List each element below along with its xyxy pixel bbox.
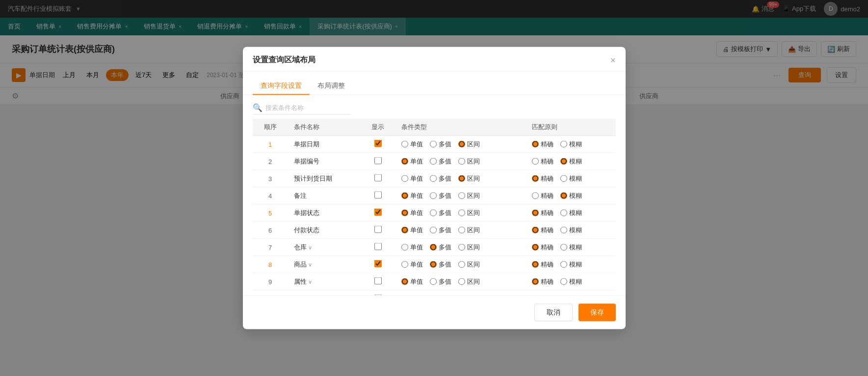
checkbox-display-6[interactable]: [374, 226, 382, 233]
row-name-1: 单据日期: [288, 135, 360, 153]
row-order-10: 10: [253, 290, 288, 295]
radio-type-range-8[interactable]: 区间: [458, 260, 480, 269]
row-name-3: 预计到货日期: [288, 170, 360, 187]
checkbox-display-7[interactable]: [374, 243, 382, 250]
search-input[interactable]: [265, 104, 344, 111]
save-button[interactable]: 保存: [579, 304, 616, 322]
radio-type-single-9[interactable]: 单值: [401, 277, 423, 286]
checkbox-display-3[interactable]: [374, 174, 382, 182]
radio-type-range-3[interactable]: 区间: [458, 174, 480, 183]
table-row: 4备注单值多值区间精确模糊: [253, 187, 616, 204]
radio-type-single-6[interactable]: 单值: [401, 226, 423, 235]
radio-match-exact-1[interactable]: 精确: [532, 140, 553, 149]
row-match-10: 精确模糊: [526, 290, 615, 295]
modal-footer: 取消 保存: [243, 295, 626, 329]
radio-match-fuzzy-1[interactable]: 模糊: [560, 140, 582, 149]
radio-type-single-5[interactable]: 单值: [401, 209, 423, 217]
radio-type-range-1[interactable]: 区间: [458, 140, 480, 149]
row-order-2: 2: [253, 153, 288, 170]
radio-match-fuzzy-4[interactable]: 模糊: [560, 191, 582, 200]
row-name-9: 属性 ∨: [288, 273, 360, 290]
radio-type-multi-4[interactable]: 多值: [430, 191, 451, 200]
radio-type-multi-7[interactable]: 多值: [430, 243, 451, 252]
row-name-2: 单据编号: [288, 153, 360, 170]
radio-type-single-4[interactable]: 单值: [401, 191, 423, 200]
row-display-7[interactable]: [360, 239, 395, 256]
radio-match-fuzzy-7[interactable]: 模糊: [560, 243, 582, 252]
checkbox-display-1[interactable]: [374, 140, 382, 147]
radio-match-exact-3[interactable]: 精确: [532, 174, 553, 183]
cancel-button[interactable]: 取消: [534, 304, 573, 322]
row-type-7: 单值多值区间: [395, 239, 526, 256]
radio-match-exact-6[interactable]: 精确: [532, 226, 553, 235]
table-row: 9属性 ∨单值多值区间精确模糊: [253, 273, 616, 290]
radio-type-single-3[interactable]: 单值: [401, 174, 423, 183]
radio-type-multi-2[interactable]: 多值: [430, 157, 451, 166]
row-name-6: 付款状态: [288, 221, 360, 239]
radio-match-fuzzy-5[interactable]: 模糊: [560, 209, 582, 217]
radio-type-range-2[interactable]: 区间: [458, 157, 480, 166]
radio-type-range-9[interactable]: 区间: [458, 277, 480, 286]
th-display: 显示: [360, 119, 395, 136]
modal-dialog: 设置查询区域布局 × 查询字段设置 布局调整 🔍 顺序 条件名称 显示 条件类型: [243, 47, 626, 329]
radio-match-fuzzy-9[interactable]: 模糊: [560, 277, 582, 286]
checkbox-display-8[interactable]: [374, 260, 382, 268]
radio-type-single-7[interactable]: 单值: [401, 243, 423, 252]
radio-type-range-5[interactable]: 区间: [458, 209, 480, 217]
row-match-9: 精确模糊: [526, 273, 615, 290]
row-display-9[interactable]: [360, 273, 395, 290]
row-display-4[interactable]: [360, 187, 395, 204]
checkbox-display-5[interactable]: [374, 209, 382, 216]
radio-match-exact-5[interactable]: 精确: [532, 209, 553, 217]
row-display-6[interactable]: [360, 221, 395, 239]
row-name-5: 单据状态: [288, 204, 360, 221]
row-display-5[interactable]: [360, 204, 395, 221]
radio-type-range-7[interactable]: 区间: [458, 243, 480, 252]
table-row: 3预计到货日期单值多值区间精确模糊: [253, 170, 616, 187]
row-match-8: 精确模糊: [526, 256, 615, 273]
row-type-5: 单值多值区间: [395, 204, 526, 221]
checkbox-display-4[interactable]: [374, 191, 382, 199]
radio-type-single-8[interactable]: 单值: [401, 260, 423, 269]
row-display-2[interactable]: [360, 153, 395, 170]
modal-tab-layout[interactable]: 布局调整: [310, 78, 353, 95]
radio-type-multi-1[interactable]: 多值: [430, 140, 451, 149]
radio-type-multi-8[interactable]: 多值: [430, 260, 451, 269]
th-match: 匹配原则: [526, 119, 615, 136]
radio-match-exact-2[interactable]: 精确: [532, 157, 553, 166]
radio-type-multi-3[interactable]: 多值: [430, 174, 451, 183]
table-row: 1单据日期单值多值区间精确模糊: [253, 135, 616, 153]
radio-match-exact-7[interactable]: 精确: [532, 243, 553, 252]
checkbox-display-9[interactable]: [374, 277, 382, 285]
table-row: 6付款状态单值多值区间精确模糊: [253, 221, 616, 239]
radio-type-multi-6[interactable]: 多值: [430, 226, 451, 235]
radio-match-fuzzy-3[interactable]: 模糊: [560, 174, 582, 183]
radio-type-range-6[interactable]: 区间: [458, 226, 480, 235]
modal-search: 🔍: [243, 95, 626, 119]
row-type-2: 单值多值区间: [395, 153, 526, 170]
row-name-10: 有无商品图片: [288, 290, 360, 295]
radio-type-range-4[interactable]: 区间: [458, 191, 480, 200]
row-display-1[interactable]: [360, 135, 395, 153]
radio-match-fuzzy-6[interactable]: 模糊: [560, 226, 582, 235]
radio-match-exact-8[interactable]: 精确: [532, 260, 553, 269]
radio-match-exact-4[interactable]: 精确: [532, 191, 553, 200]
row-name-4: 备注: [288, 187, 360, 204]
modal-close-button[interactable]: ×: [610, 55, 616, 64]
radio-match-exact-9[interactable]: 精确: [532, 277, 553, 286]
row-order-5: 5: [253, 204, 288, 221]
checkbox-display-2[interactable]: [374, 157, 382, 164]
radio-match-fuzzy-8[interactable]: 模糊: [560, 260, 582, 269]
row-order-7: 7: [253, 239, 288, 256]
radio-type-multi-5[interactable]: 多值: [430, 209, 451, 217]
radio-type-single-2[interactable]: 单值: [401, 157, 423, 166]
row-display-10[interactable]: [360, 290, 395, 295]
radio-match-fuzzy-2[interactable]: 模糊: [560, 157, 582, 166]
radio-type-multi-9[interactable]: 多值: [430, 277, 451, 286]
row-display-8[interactable]: [360, 256, 395, 273]
row-order-9: 9: [253, 273, 288, 290]
row-display-3[interactable]: [360, 170, 395, 187]
radio-type-single-1[interactable]: 单值: [401, 140, 423, 149]
modal-tab-query-fields[interactable]: 查询字段设置: [253, 78, 310, 95]
modal-tab-layout-label: 布局调整: [317, 81, 345, 89]
